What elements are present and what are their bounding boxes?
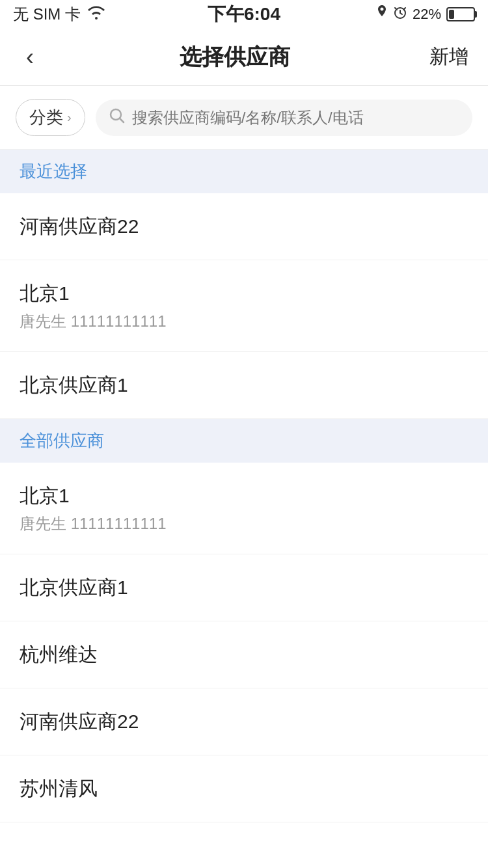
list-item[interactable]: 北京供应商1 — [0, 352, 488, 419]
item-name: 北京1 — [20, 482, 468, 509]
item-name: 北京供应商1 — [20, 372, 468, 399]
search-box — [96, 100, 472, 136]
list-item[interactable]: 杭州维达 — [0, 621, 488, 688]
search-icon — [109, 107, 126, 128]
all-list: 北京1唐先生 11111111111北京供应商1杭州维达河南供应商22苏州清风 — [0, 463, 488, 822]
location-icon — [376, 5, 388, 23]
wifi-icon — [87, 5, 105, 23]
recent-section-header: 最近选择 — [0, 150, 488, 193]
status-right: 22% — [376, 5, 475, 23]
chevron-right-icon: › — [67, 110, 72, 125]
list-item[interactable]: 苏州清风 — [0, 755, 488, 822]
list-item[interactable]: 北京1唐先生 11111111111 — [0, 463, 488, 554]
item-name: 杭州维达 — [20, 641, 468, 668]
item-name: 北京1 — [20, 280, 468, 307]
list-item[interactable]: 北京1唐先生 11111111111 — [0, 260, 488, 352]
alarm-icon — [393, 5, 407, 23]
battery-icon — [446, 7, 475, 21]
battery-percentage: 22% — [413, 6, 441, 23]
item-name: 苏州清风 — [20, 775, 468, 802]
all-header-label: 全部供应商 — [20, 431, 104, 450]
list-item[interactable]: 河南供应商22 — [0, 688, 488, 755]
item-sub: 唐先生 11111111111 — [20, 513, 468, 534]
carrier-text: 无 SIM 卡 — [13, 4, 81, 25]
status-left: 无 SIM 卡 — [13, 4, 105, 25]
status-time: 下午6:04 — [208, 2, 280, 27]
list-item[interactable]: 北京供应商1 — [0, 554, 488, 621]
item-sub: 唐先生 11111111111 — [20, 311, 468, 332]
recent-header-label: 最近选择 — [20, 161, 87, 181]
item-name: 北京供应商1 — [20, 574, 468, 601]
item-name: 河南供应商22 — [20, 708, 468, 735]
add-button[interactable]: 新增 — [429, 44, 468, 70]
status-bar: 无 SIM 卡 下午6:04 22% — [0, 0, 488, 29]
nav-bar: ‹ 选择供应商 新增 — [0, 29, 488, 86]
battery-fill — [449, 10, 454, 19]
page-title: 选择供应商 — [180, 42, 290, 72]
list-item[interactable]: 河南供应商22 — [0, 193, 488, 260]
item-name: 河南供应商22 — [20, 213, 468, 240]
all-section-header: 全部供应商 — [0, 419, 488, 463]
category-button[interactable]: 分类 › — [16, 99, 85, 136]
recent-list: 河南供应商22北京1唐先生 11111111111北京供应商1 — [0, 193, 488, 419]
search-input[interactable] — [132, 109, 459, 127]
filter-bar: 分类 › — [0, 86, 488, 150]
category-label: 分类 — [29, 106, 63, 129]
back-button[interactable]: ‹ — [20, 37, 40, 77]
